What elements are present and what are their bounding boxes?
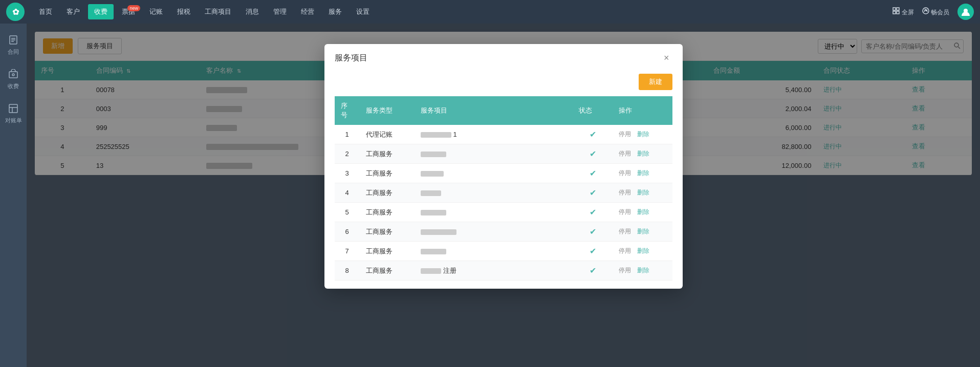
drow-action: 停用 删除 [613,242,672,261]
bill-badge: new [127,5,140,11]
drow-item [415,183,573,203]
drow-state: ✔ [573,183,613,203]
nav-item-biz[interactable]: 经营 [295,4,320,19]
nav-item-client[interactable]: 客户 [60,4,86,19]
delete-button[interactable]: 删除 [637,228,649,235]
drow-seq: 3 [335,164,360,183]
nav-item-bill[interactable]: 票据 new [116,4,141,19]
drow-state: ✔ [573,144,613,164]
dialog-table-row: 1 代理记账 1 ✔ 停用 删除 [335,125,672,144]
drow-state: ✔ [573,222,613,242]
dialog-table-row: 3 工商服务 ✔ 停用 删除 [335,164,672,183]
nav-item-home[interactable]: 首页 [33,4,58,19]
sidebar-label-statement: 对账单 [5,117,22,124]
stop-button[interactable]: 停用 [619,189,631,196]
stop-button[interactable]: 停用 [619,169,631,177]
svg-rect-1 [897,8,899,10]
modal-overlay: 服务项目 × 新建 序号 服务类型 服务项目 状态 操作 [27,24,980,367]
contract-icon [7,34,19,46]
drow-action: 停用 删除 [613,203,672,222]
dialog-table-row: 6 工商服务 ✔ 停用 删除 [335,222,672,242]
sidebar-item-fee[interactable]: 收费 [2,63,25,95]
drow-action: 停用 删除 [613,144,672,164]
dialog-body: 序号 服务类型 服务项目 状态 操作 1 代理记账 1 ✔ 停用 删除 2 工商… [324,96,683,289]
delete-button[interactable]: 删除 [637,169,649,177]
svg-rect-12 [9,104,17,113]
drow-state: ✔ [573,261,613,280]
stop-button[interactable]: 停用 [619,267,631,274]
stop-button[interactable]: 停用 [619,228,631,235]
delete-button[interactable]: 删除 [637,131,649,138]
drow-state: ✔ [573,203,613,222]
service-items-dialog: 服务项目 × 新建 序号 服务类型 服务项目 状态 操作 [324,44,683,289]
drow-type: 工商服务 [360,261,415,280]
delete-button[interactable]: 删除 [637,189,649,196]
nav-item-settings[interactable]: 设置 [350,4,376,19]
nav-item-message[interactable]: 消息 [239,4,265,19]
nav-right: 全屏 畅会员 [892,4,974,20]
dialog-new-button[interactable]: 新建 [639,74,672,90]
stop-button[interactable]: 停用 [619,208,631,215]
drow-type: 工商服务 [360,183,415,203]
dth-action: 操作 [613,96,672,125]
nav-item-industrial[interactable]: 工商项目 [199,4,237,19]
sidebar-item-statement[interactable]: 对账单 [2,97,25,129]
drow-item: 1 [415,125,573,144]
nav-item-account[interactable]: 记账 [143,4,169,19]
drow-seq: 2 [335,144,360,164]
vip-btn[interactable]: 畅会员 [922,7,949,17]
nav-items: 首页 客户 收费 票据 new 记账 报税 工商项目 消息 管理 经营 服务 设… [33,4,892,19]
stop-button[interactable]: 停用 [619,150,631,157]
drow-type: 代理记账 [360,125,415,144]
nav-item-tax[interactable]: 报税 [171,4,197,19]
delete-button[interactable]: 删除 [637,150,649,157]
drow-item [415,222,573,242]
sidebar-label-contract: 合同 [8,48,19,56]
sidebar-label-fee: 收费 [8,82,19,90]
user-avatar[interactable] [957,4,974,20]
drow-action: 停用 删除 [613,183,672,203]
main-content: 新增 服务项目 进行中 已终止 全部 序号 [27,24,980,367]
sidebar-item-contract[interactable]: 合同 [2,29,25,61]
drow-action: 停用 删除 [613,222,672,242]
dialog-title: 服务项目 [335,53,367,63]
drow-action: 停用 删除 [613,261,672,280]
fullscreen-btn[interactable]: 全屏 [892,7,913,17]
dth-state: 状态 [573,96,613,125]
fee-icon [7,68,19,80]
drow-action: 停用 删除 [613,164,672,183]
drow-seq: 1 [335,125,360,144]
dialog-header: 服务项目 × [324,44,683,70]
svg-rect-2 [893,11,896,14]
delete-button[interactable]: 删除 [637,267,649,274]
stop-button[interactable]: 停用 [619,131,631,138]
drow-seq: 8 [335,261,360,280]
drow-seq: 4 [335,183,360,203]
statement-icon [7,102,19,115]
dialog-table-row: 4 工商服务 ✔ 停用 删除 [335,183,672,203]
drow-item [415,203,573,222]
delete-button[interactable]: 删除 [637,247,649,254]
drow-item: 注册 [415,261,573,280]
dth-item: 服务项目 [415,96,573,125]
drow-type: 工商服务 [360,203,415,222]
service-items-table: 序号 服务类型 服务项目 状态 操作 1 代理记账 1 ✔ 停用 删除 2 工商… [335,96,672,280]
drow-seq: 5 [335,203,360,222]
nav-item-fee[interactable]: 收费 [88,4,114,19]
dth-seq: 序号 [335,96,360,125]
delete-button[interactable]: 删除 [637,208,649,215]
drow-state: ✔ [573,125,613,144]
stop-button[interactable]: 停用 [619,247,631,254]
nav-item-manage[interactable]: 管理 [267,4,293,19]
dialog-close-button[interactable]: × [661,52,672,63]
drow-type: 工商服务 [360,164,415,183]
dialog-table-row: 8 工商服务 注册 ✔ 停用 删除 [335,261,672,280]
nav-item-service[interactable]: 服务 [322,4,348,19]
sidebar: 合同 收费 对账单 [0,24,27,367]
drow-type: 工商服务 [360,144,415,164]
dialog-table-row: 2 工商服务 ✔ 停用 删除 [335,144,672,164]
svg-rect-10 [9,72,17,78]
drow-item [415,144,573,164]
drow-seq: 6 [335,222,360,242]
drow-action: 停用 删除 [613,125,672,144]
